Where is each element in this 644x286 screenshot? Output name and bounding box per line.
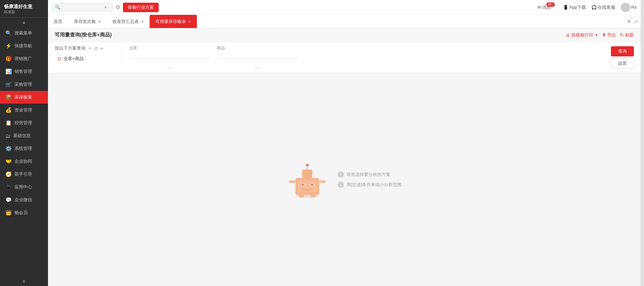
scheme-header: 按以下方案查询 ＋ ⊙ « xyxy=(55,45,119,51)
svg-rect-12 xyxy=(299,195,304,198)
step-1-label: 请先选择要分析的方案 xyxy=(346,172,390,178)
home-tab-label: 首页 xyxy=(54,19,62,25)
add-scheme-icon[interactable]: ＋ xyxy=(87,45,92,51)
app-download-label: App下载 xyxy=(569,4,586,10)
filter-area: 按以下方案查询 ＋ ⊙ « ⊙ 仓库+商品 仓库 … 商品 … 查询 xyxy=(48,42,641,73)
sidebar-item-sales[interactable]: 📊 销售管理 xyxy=(0,65,48,78)
scroll-down[interactable]: ▼ xyxy=(0,277,48,286)
quick-nav-icon: ⚡ xyxy=(5,43,12,49)
phone-icon: 📱 xyxy=(563,5,568,10)
app-version: 标准版 xyxy=(4,9,44,15)
export-btn[interactable]: ⬆ 导出 xyxy=(602,32,616,38)
sidebar-item-wechat[interactable]: 💬 企业微信 xyxy=(0,193,48,206)
available-stock-tab-label: 可用量库存账本 xyxy=(155,19,186,25)
goods-more-icon[interactable]: … xyxy=(255,64,260,69)
tabbar-expand-button[interactable]: ⤢ xyxy=(634,19,638,24)
sidebar-item-operation[interactable]: 📋 经营管理 xyxy=(0,116,48,129)
page-header-actions: 🖨 按模板打印 ▼ ⬆ 导出 ↻ 刷新 xyxy=(566,32,634,38)
sidebar-item-label: 应用中心 xyxy=(15,184,32,190)
member-icon: 👑 xyxy=(5,210,12,216)
sidebar-item-label: 企业协同 xyxy=(15,158,32,164)
warehouse-more-icon[interactable]: … xyxy=(167,64,172,69)
sidebar-item-finance[interactable]: 💰 资金管理 xyxy=(0,104,48,116)
message-badge: 99+ xyxy=(546,2,555,7)
page-title: 可用量查询(按仓库+商品) xyxy=(55,32,112,38)
filter-fields: 仓库 … 商品 … 查询 设置 xyxy=(122,45,634,69)
warehouse-field: 仓库 … xyxy=(129,45,210,69)
sidebar-item-inventory[interactable]: 📦 库存核算 xyxy=(0,91,48,104)
print-btn[interactable]: 🖨 按模板打印 ▼ xyxy=(566,32,598,38)
scheme-label: 按以下方案查询 xyxy=(55,45,85,51)
app-download-link[interactable]: 📱 App下载 xyxy=(563,4,586,10)
goods-input[interactable] xyxy=(217,52,298,58)
sidebar-item-purchase[interactable]: 🛒 采购管理 xyxy=(0,78,48,91)
sidebar-item-label: 系统管理 xyxy=(15,146,32,152)
finance-icon: 💰 xyxy=(5,107,12,113)
dropdown-icon[interactable]: ▼ xyxy=(104,5,107,9)
newbie-icon: 🧭 xyxy=(5,171,12,177)
empty-illustration xyxy=(287,159,328,200)
sidebar-item-member[interactable]: 👑 畅会员 xyxy=(0,206,48,219)
svg-point-9 xyxy=(306,164,309,166)
settings-scheme-icon[interactable]: ⊙ xyxy=(94,46,98,51)
message-icon: ✉ xyxy=(537,5,541,10)
gear-icon[interactable]: ⚙ xyxy=(115,4,120,10)
close-icon[interactable]: ✕ xyxy=(98,20,101,24)
scheme-panel: 按以下方案查询 ＋ ⊙ « ⊙ 仓库+商品 xyxy=(55,45,122,63)
user-info[interactable]: Rit xyxy=(621,3,637,12)
scroll-up[interactable]: ▲ xyxy=(0,18,48,27)
avatar xyxy=(621,3,630,12)
collapse-scheme-icon[interactable]: « xyxy=(100,46,103,51)
close-icon[interactable]: ✕ xyxy=(141,20,144,24)
sidebar-item-label: 采购管理 xyxy=(15,81,32,87)
empty-text: 1 请先选择要分析的方案 2 用[过滤]条件来缩小分析范围 xyxy=(338,172,402,188)
scheme-item-icon: ⊙ xyxy=(57,56,61,61)
sidebar-item-base[interactable]: 🗂 基础信息 xyxy=(0,129,48,142)
right-scrollbar[interactable] xyxy=(641,0,644,286)
refresh-btn[interactable]: ↻ 刷新 xyxy=(620,32,634,38)
industry-btn[interactable]: 体验行业方案 xyxy=(123,3,159,12)
query-button[interactable]: 查询 xyxy=(611,46,634,56)
tab-available-stock[interactable]: 可用量库存账本 ✕ xyxy=(150,15,197,28)
svg-point-5 xyxy=(301,183,304,186)
tab-batch-account[interactable]: 库存批次账 ✕ xyxy=(68,15,107,28)
scheme-item-warehouse-goods[interactable]: ⊙ 仓库+商品 xyxy=(55,54,119,63)
sidebar-item-label: 快捷导航 xyxy=(15,43,32,49)
online-service-link[interactable]: 🎧 在线客服 xyxy=(591,4,615,10)
settings-button[interactable]: 设置 xyxy=(611,58,634,69)
tabbar: 首页 库存批次账 ✕ 收发存汇总表 ✕ 可用量库存账本 ✕ ✕ ⤢ xyxy=(48,15,641,28)
sidebar-item-corp[interactable]: 🤝 企业协同 xyxy=(0,155,48,168)
tabbar-close-button[interactable]: ✕ xyxy=(627,18,631,25)
username: Rit xyxy=(631,5,637,10)
empty-step-2: 2 用[过滤]条件来缩小分析范围 xyxy=(338,182,402,188)
sidebar-item-newbie[interactable]: 🧭 新手引导 xyxy=(0,168,48,181)
tab-home[interactable]: 首页 xyxy=(48,15,68,28)
print-icon: 🖨 xyxy=(566,32,570,37)
tab-collect-summary[interactable]: 收发存汇总表 ✕ xyxy=(107,15,150,28)
sales-icon: 📊 xyxy=(5,69,12,75)
message-link[interactable]: ✉ 消息 99+ xyxy=(537,4,551,10)
corp-icon: 🤝 xyxy=(5,158,12,164)
svg-rect-10 xyxy=(289,180,295,183)
sidebar-item-label: 资金管理 xyxy=(15,107,32,113)
sidebar-item-search[interactable]: 🔍 搜索菜单 xyxy=(0,27,48,40)
svg-rect-2 xyxy=(297,180,317,192)
sidebar-item-label: 企业微信 xyxy=(15,197,32,203)
sidebar-item-system[interactable]: ⚙️ 系统管理 xyxy=(0,142,48,155)
sidebar-item-label: 基础信息 xyxy=(13,133,31,139)
purchase-icon: 🛒 xyxy=(5,81,12,87)
logo-area: 畅康通好生意 标准版 xyxy=(0,0,48,18)
sidebar-item-label: 库存核算 xyxy=(15,94,32,100)
inventory-icon: 📦 xyxy=(5,94,12,100)
sidebar-item-quick-nav[interactable]: ⚡ 快捷导航 xyxy=(0,40,48,52)
empty-step-1: 1 请先选择要分析的方案 xyxy=(338,172,402,178)
wechat-icon: 💬 xyxy=(5,197,12,203)
topbar-right: ✉ 消息 99+ 📱 App下载 🎧 在线客服 Rit xyxy=(537,3,637,12)
sidebar-item-app[interactable]: 📱 应用中心 xyxy=(0,181,48,193)
warehouse-input[interactable] xyxy=(129,52,210,58)
sidebar-item-marketing[interactable]: 🎁 营销推广 xyxy=(0,52,48,65)
close-icon[interactable]: ✕ xyxy=(188,20,191,24)
search-input[interactable] xyxy=(62,5,102,10)
svg-rect-13 xyxy=(310,195,316,198)
filter-actions: 查询 设置 xyxy=(611,46,634,69)
